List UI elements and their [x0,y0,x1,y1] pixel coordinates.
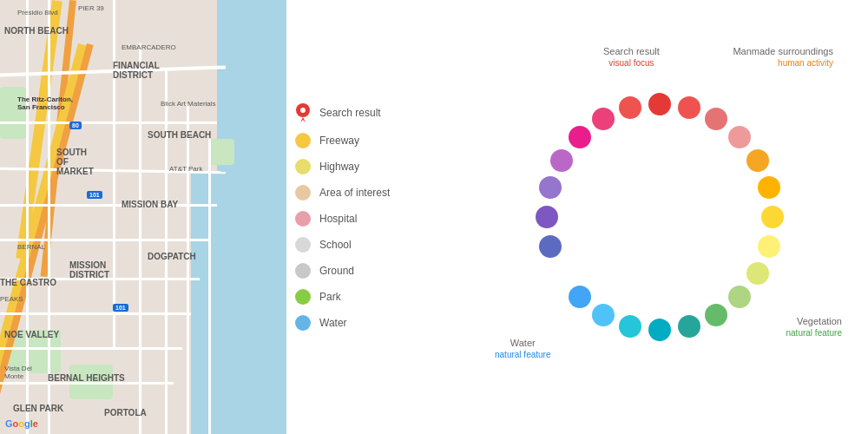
wheel-dot [539,235,562,258]
legend-label-search-result: Search result [319,107,381,119]
right-panel: Search result Freeway Highway Area of in… [286,0,868,434]
legend-label-school: School [319,239,352,251]
wheel-dot [705,108,727,130]
legend-label-water: Water [319,317,347,329]
wheel-dot [648,319,671,341]
wheel-dot [648,93,671,115]
water-dot-icon [295,315,311,331]
legend-item-search-result: Search result [295,103,434,122]
wheel-dot [728,286,751,308]
legend-item-freeway: Freeway [295,133,434,148]
google-logo: Google [5,418,38,429]
legend-label-freeway: Freeway [319,135,359,147]
color-wheel [512,69,807,365]
legend-item-area-of-interest: Area of interest [295,185,434,201]
wheel-label-manmade: Manmade surroundings human activity [733,45,833,69]
legend-item-highway: Highway [295,159,434,174]
wheel-dot [761,206,784,228]
wheel-label-search-result: Search result visual focus [603,45,660,69]
legend-item-hospital: Hospital [295,211,434,227]
wheel-dot [536,206,558,228]
svg-point-1 [300,108,306,113]
wheel-dot [705,304,727,326]
legend-label-hospital: Hospital [319,213,357,225]
wheel-dot [746,149,769,172]
freeway-dot-icon [295,133,311,148]
search-result-pin-icon [295,103,311,122]
wheel-dot [678,315,700,338]
wheel-dot [569,126,591,148]
wheel-dot [678,96,700,119]
hospital-dot-icon [295,211,311,227]
legend-item-school: School [295,237,434,253]
wheel-dot [592,304,615,326]
legend-item-ground: Ground [295,263,434,279]
legend-item-water: Water [295,315,434,331]
color-wheel-container: Search result visual focus Manmade surro… [460,26,859,408]
map-panel: Presidio Blvd NORTH BEACH PIER 39 EMBARC… [0,0,286,434]
area-of-interest-dot-icon [295,185,311,201]
legend-label-ground: Ground [319,265,354,277]
wheel-dot [569,286,591,308]
wheel-dot [619,96,641,119]
wheel-dot [592,108,615,130]
ground-dot-icon [295,263,311,279]
wheel-dot [728,126,751,148]
legend: Search result Freeway Highway Area of in… [295,103,434,331]
legend-label-highway: Highway [319,161,359,173]
wheel-dot [758,176,780,199]
school-dot-icon [295,237,311,253]
wheel-label-water: Water natural feature [495,337,551,360]
legend-item-park: Park [295,289,434,305]
wheel-dot [746,262,769,285]
legend-label-area-of-interest: Area of interest [319,187,390,199]
wheel-dot [550,149,573,172]
highway-dot-icon [295,159,311,174]
wheel-label-vegetation: Vegetation natural feature [786,315,843,339]
legend-label-park: Park [319,291,341,303]
wheel-dot [619,315,641,338]
wheel-dot [758,235,780,258]
park-dot-icon [295,289,311,305]
wheel-dot [539,176,562,199]
